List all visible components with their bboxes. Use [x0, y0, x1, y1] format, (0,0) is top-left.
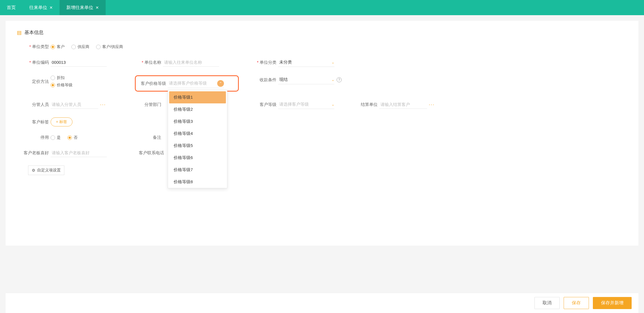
dropdown-item[interactable]: 价格等级6 [169, 152, 226, 164]
tab-label: 新增往来单位 [66, 5, 93, 11]
tab-label: 往来单位 [29, 5, 47, 11]
tab-list[interactable]: 往来单位 ✕ [22, 0, 60, 15]
radio-icon [96, 45, 101, 49]
label-disabled: 停用 [17, 135, 51, 140]
radio-yes[interactable]: 是 [51, 135, 61, 140]
help-icon[interactable]: ? [337, 77, 342, 82]
radio-group-pricing: 折扣 价格等级 [51, 75, 72, 88]
label-remark: 备注 [135, 135, 163, 140]
note-icon: ▤ [17, 30, 22, 36]
label-responsible-dept: 分管部门 [135, 102, 163, 107]
dropdown-item[interactable]: 价格等级1 [169, 91, 226, 103]
radio-icon [71, 45, 76, 49]
radio-discount[interactable]: 折扣 [51, 75, 65, 80]
label-unit-name: *单位名称 [135, 60, 163, 65]
dropdown-item[interactable]: 价格等级7 [169, 164, 226, 176]
settlement-unit-input[interactable] [379, 100, 427, 109]
label-customer-tag: 客户标签 [17, 119, 51, 125]
add-tag-button[interactable]: + 标签 [51, 117, 72, 126]
price-level-select[interactable]: 请选择客户价格等级 ⌃ 价格等级1价格等级2价格等级3价格等级4价格等级5价格等… [168, 79, 224, 88]
radio-icon [51, 135, 55, 140]
radio-icon [51, 83, 55, 87]
radio-icon [67, 135, 72, 140]
label-boss-preference: 客户老板喜好 [17, 150, 51, 156]
gear-icon: ⚙ [32, 168, 35, 173]
label-unit-type: *单位类型 [17, 44, 51, 49]
label-unit-code: *单位编码 [17, 60, 51, 65]
label-customer-level: 客户等级 [250, 102, 278, 107]
responsible-person-input[interactable] [51, 100, 98, 109]
unit-code-input[interactable] [51, 58, 107, 67]
dropdown-item[interactable]: 价格等级8 [169, 176, 226, 187]
label-responsible-person: 分管人员 [17, 102, 51, 107]
unit-category-select[interactable]: 未分类 ⌄ [278, 58, 334, 67]
more-icon[interactable]: ··· [429, 102, 435, 108]
label-settlement-unit: 结算单位 [357, 102, 379, 107]
dropdown-item[interactable]: 价格等级3 [169, 115, 226, 128]
price-level-highlight: 客户价格等级 请选择客户价格等级 ⌃ 价格等级1价格等级2价格等级3价格等级4价… [135, 75, 239, 92]
close-icon[interactable]: ✕ [49, 5, 53, 10]
radio-both[interactable]: 客户/供应商 [96, 44, 123, 49]
page-card: ▤ 基本信息 *单位类型 客户 供应商 客户/供应商 [6, 21, 638, 246]
chevron-up-icon: ⌃ [217, 80, 224, 87]
radio-no[interactable]: 否 [67, 135, 78, 140]
label-contact-phone: 客户联系电话 [135, 150, 166, 156]
tab-label: 首页 [7, 5, 16, 11]
custom-fields-button[interactable]: ⚙ 自定义项设置 [28, 165, 64, 175]
radio-supplier[interactable]: 供应商 [71, 44, 89, 49]
radio-group-disabled: 是 否 [51, 135, 78, 140]
label-pricing-method: 定价方法 [17, 79, 51, 84]
unit-name-input[interactable] [163, 58, 219, 67]
more-icon[interactable]: ··· [100, 102, 106, 108]
customer-level-select[interactable]: 请选择客户等级 ⌄ [278, 100, 334, 109]
close-icon[interactable]: ✕ [96, 5, 99, 10]
dropdown-item[interactable]: 价格等级5 [169, 140, 226, 152]
tab-home[interactable]: 首页 [0, 0, 22, 15]
price-level-dropdown: 价格等级1价格等级2价格等级3价格等级4价格等级5价格等级6价格等级7价格等级8 [168, 90, 227, 188]
label-price-level: 客户价格等级 [140, 81, 168, 86]
radio-price-level[interactable]: 价格等级 [51, 83, 72, 88]
radio-icon [51, 45, 55, 49]
radio-customer[interactable]: 客户 [51, 44, 65, 49]
dropdown-item[interactable]: 价格等级2 [169, 103, 226, 115]
radio-icon [51, 76, 55, 80]
section-title: ▤ 基本信息 [17, 29, 627, 36]
chevron-down-icon: ⌄ [332, 78, 334, 82]
tabs-bar: 首页 往来单位 ✕ 新增往来单位 ✕ [0, 0, 644, 15]
radio-group-unit-type: 客户 供应商 客户/供应商 [51, 44, 123, 49]
chevron-down-icon: ⌄ [332, 103, 334, 106]
label-unit-category: *单位分类 [250, 60, 278, 65]
section-title-text: 基本信息 [24, 29, 44, 36]
payment-terms-select[interactable]: 现结 ⌄ [278, 75, 334, 84]
tab-add[interactable]: 新增往来单位 ✕ [60, 0, 106, 15]
label-payment-terms: 收款条件 [250, 77, 278, 83]
dropdown-item[interactable]: 价格等级4 [169, 128, 226, 140]
boss-preference-input[interactable] [51, 149, 107, 157]
chevron-down-icon: ⌄ [332, 60, 334, 64]
